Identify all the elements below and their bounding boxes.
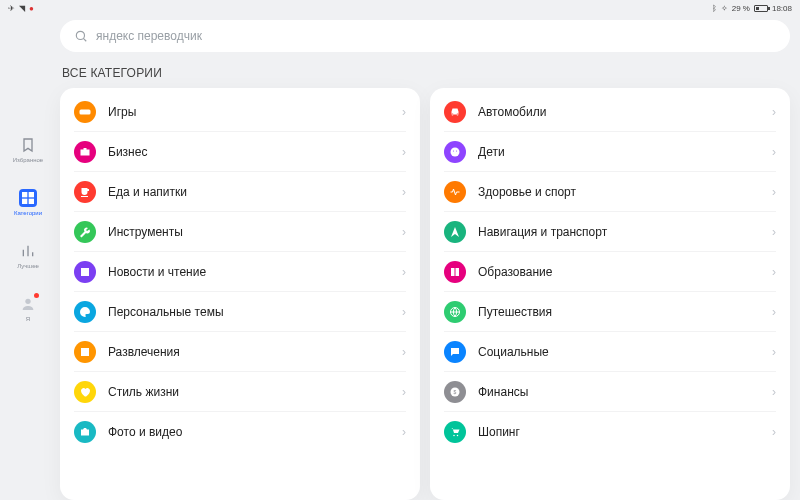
category-label: Новости и чтение xyxy=(108,265,390,279)
svg-point-7 xyxy=(451,147,460,156)
category-row[interactable]: Фото и видео› xyxy=(60,412,420,452)
category-label: Фото и видео xyxy=(108,425,390,439)
svg-rect-3 xyxy=(29,199,34,204)
book-icon xyxy=(444,261,466,283)
chevron-right-icon: › xyxy=(772,105,776,119)
vibrate-icon: ✧ xyxy=(721,4,728,13)
search-input[interactable]: яндекс переводчик xyxy=(60,20,790,52)
chevron-right-icon: › xyxy=(402,305,406,319)
chevron-right-icon: › xyxy=(772,305,776,319)
category-label: Финансы xyxy=(478,385,760,399)
category-row[interactable]: Шопинг› xyxy=(430,412,790,452)
gamepad-icon xyxy=(74,101,96,123)
status-time: 18:08 xyxy=(772,4,792,13)
category-label: Игры xyxy=(108,105,390,119)
category-column-right: Автомобили›Дети›Здоровье и спорт›Навигац… xyxy=(430,88,790,500)
category-label: Еда и напитки xyxy=(108,185,390,199)
svg-point-9 xyxy=(456,150,457,151)
profile-icon xyxy=(19,295,37,313)
svg-point-14 xyxy=(457,435,459,437)
svg-rect-0 xyxy=(22,192,27,197)
category-label: Шопинг xyxy=(478,425,760,439)
search-icon xyxy=(74,29,88,43)
svg-text:$: $ xyxy=(454,389,457,395)
sidebar-item-me[interactable]: Я xyxy=(19,295,37,322)
pulse-icon xyxy=(444,181,466,203)
category-label: Персональные темы xyxy=(108,305,390,319)
vpn-icon: ◥ xyxy=(19,4,25,13)
svg-rect-1 xyxy=(29,192,34,197)
svg-point-13 xyxy=(453,435,455,437)
sidebar-item-favorites[interactable]: Избранное xyxy=(13,136,43,163)
bookmark-icon xyxy=(19,136,37,154)
sidebar-item-label: Я xyxy=(26,316,30,322)
chevron-right-icon: › xyxy=(402,425,406,439)
category-row[interactable]: $Финансы› xyxy=(430,372,790,412)
category-label: Бизнес xyxy=(108,145,390,159)
svg-point-4 xyxy=(25,299,30,304)
category-label: Социальные xyxy=(478,345,760,359)
chevron-right-icon: › xyxy=(402,385,406,399)
category-label: Стиль жизни xyxy=(108,385,390,399)
wrench-icon xyxy=(74,221,96,243)
section-title: ВСЕ КАТЕГОРИИ xyxy=(62,66,788,80)
category-row[interactable]: Персональные темы› xyxy=(60,292,420,332)
chevron-right-icon: › xyxy=(402,265,406,279)
svg-point-8 xyxy=(453,150,454,151)
sidebar-item-top[interactable]: Лучшее xyxy=(17,242,39,269)
category-row[interactable]: Игры› xyxy=(60,92,420,132)
category-row[interactable]: Образование› xyxy=(430,252,790,292)
telegram-icon: ✈ xyxy=(8,4,15,13)
category-row[interactable]: Бизнес› xyxy=(60,132,420,172)
status-right: ᛒ ✧ 29 % 18:08 xyxy=(712,4,792,13)
search-placeholder: яндекс переводчик xyxy=(96,29,202,43)
svg-rect-2 xyxy=(22,199,27,204)
grid-icon xyxy=(19,189,37,207)
sidebar: Избранное Категории Лучшее Я xyxy=(0,16,56,500)
palette-icon xyxy=(74,301,96,323)
category-label: Развлечения xyxy=(108,345,390,359)
chevron-right-icon: › xyxy=(772,345,776,359)
category-row[interactable]: Развлечения› xyxy=(60,332,420,372)
briefcase-icon xyxy=(74,141,96,163)
chevron-right-icon: › xyxy=(402,225,406,239)
chat-icon xyxy=(444,341,466,363)
cart-icon xyxy=(444,421,466,443)
connect-icon: ● xyxy=(29,4,34,13)
chevron-right-icon: › xyxy=(772,265,776,279)
sidebar-item-categories[interactable]: Категории xyxy=(14,189,42,216)
chevron-right-icon: › xyxy=(402,185,406,199)
bluetooth-icon: ᛒ xyxy=(712,4,717,13)
chart-icon xyxy=(19,242,37,260)
category-label: Автомобили xyxy=(478,105,760,119)
category-row[interactable]: Дети› xyxy=(430,132,790,172)
category-row[interactable]: Путешествия› xyxy=(430,292,790,332)
category-row[interactable]: Еда и напитки› xyxy=(60,172,420,212)
coin-icon: $ xyxy=(444,381,466,403)
chevron-right-icon: › xyxy=(402,345,406,359)
category-label: Инструменты xyxy=(108,225,390,239)
category-row[interactable]: Инструменты› xyxy=(60,212,420,252)
category-row[interactable]: Стиль жизни› xyxy=(60,372,420,412)
category-row[interactable]: Здоровье и спорт› xyxy=(430,172,790,212)
battery-icon xyxy=(754,5,768,12)
category-row[interactable]: Автомобили› xyxy=(430,92,790,132)
globe-icon xyxy=(444,301,466,323)
chevron-right-icon: › xyxy=(772,385,776,399)
category-row[interactable]: Навигация и транспорт› xyxy=(430,212,790,252)
category-label: Навигация и транспорт xyxy=(478,225,760,239)
status-left: ✈ ◥ ● xyxy=(8,4,34,13)
news-icon xyxy=(74,261,96,283)
category-row[interactable]: Новости и чтение› xyxy=(60,252,420,292)
car-icon xyxy=(444,101,466,123)
nav-icon xyxy=(444,221,466,243)
chevron-right-icon: › xyxy=(772,145,776,159)
category-row[interactable]: Социальные› xyxy=(430,332,790,372)
sidebar-item-label: Избранное xyxy=(13,157,43,163)
chevron-right-icon: › xyxy=(402,145,406,159)
category-label: Дети xyxy=(478,145,760,159)
face-icon xyxy=(444,141,466,163)
sidebar-item-label: Лучшее xyxy=(17,263,39,269)
cup-icon xyxy=(74,181,96,203)
chevron-right-icon: › xyxy=(772,425,776,439)
